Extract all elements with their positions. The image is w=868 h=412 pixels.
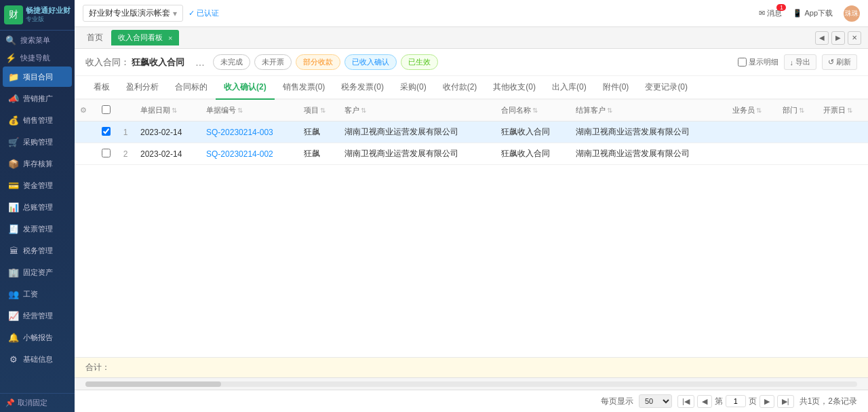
subtab-other-income[interactable]: 其他收支(0)	[485, 76, 544, 100]
tab-next-button[interactable]: ▶	[831, 31, 845, 45]
show-detail-checkbox-label[interactable]: 显示明细	[738, 57, 778, 67]
subtab-change-log[interactable]: 变更记录(0)	[637, 76, 696, 100]
message-button[interactable]: ✉ 消息 1	[759, 8, 782, 18]
user-avatar[interactable]: 珠珠	[844, 5, 860, 22]
export-button[interactable]: ↓ 导出	[784, 54, 817, 70]
tab-home[interactable]: 首页	[81, 32, 108, 43]
cell-contract-name-1: 狂飙收入合同	[496, 143, 570, 165]
tab-close-icon[interactable]: ×	[168, 34, 172, 42]
table-row[interactable]: 1 2023-02-14 SQ-20230214-003 狂飙 湖南卫视商业运营…	[75, 121, 868, 143]
user-avatar-text: 珠珠	[845, 9, 859, 18]
status-uninvoiced-button[interactable]: 未开票	[254, 54, 292, 70]
sidebar-item-marketing[interactable]: 📣 营销推广	[3, 88, 72, 109]
subtabs: 看板 盈利分析 合同标的 收入确认(2) 销售发票(0) 税务发票(0) 采购(…	[75, 76, 868, 100]
subtab-kanban[interactable]: 看板	[85, 76, 118, 100]
sidebar-item-funds[interactable]: 💳 资金管理	[3, 175, 72, 195]
sidebar-invoice-label: 发票管理	[23, 224, 53, 234]
cell-settle-customer-0: 湖南卫视商业运营发展有限公司	[570, 121, 727, 143]
sidebar-item-sales[interactable]: 💰 销售管理	[3, 110, 72, 130]
subtab-tax-invoice[interactable]: 税务发票(0)	[333, 76, 392, 100]
doc-no-link-1[interactable]: SQ-20230214-002	[206, 149, 273, 159]
sidebar-general-label: 总账管理	[23, 202, 53, 212]
pager-first-button[interactable]: |◀	[677, 395, 694, 408]
refresh-button[interactable]: ↺ 刷新	[822, 54, 857, 70]
select-all-checkbox[interactable]	[102, 105, 111, 114]
scroll-thumb[interactable]	[85, 381, 221, 387]
project-sort-icon[interactable]: ⇅	[320, 107, 326, 114]
settings-icon[interactable]: ⚙	[80, 106, 87, 114]
sidebar-item-search[interactable]: 🔍 搜索菜单	[0, 31, 75, 50]
row-checkbox-0[interactable]	[102, 127, 111, 136]
sidebar-item-basic[interactable]: ⚙ 基础信息	[3, 349, 72, 369]
sidebar-unpin-button[interactable]: 📌 取消固定	[0, 393, 75, 412]
settlecustomer-sort-icon[interactable]: ⇅	[607, 107, 612, 114]
status-confirmed-button[interactable]: 已收入确认	[344, 54, 397, 70]
sidebar-bottom-label: 取消固定	[18, 398, 47, 408]
contract-more-button[interactable]: ...	[195, 56, 204, 69]
sidebar-item-purchase[interactable]: 🛒 采购管理	[3, 132, 72, 152]
staff-sort-icon[interactable]: ⇅	[756, 107, 762, 114]
pager-last-button[interactable]: ▶|	[777, 395, 794, 408]
table-row[interactable]: 2 2023-02-14 SQ-20230214-002 狂飙 湖南卫视商业运营…	[75, 143, 868, 165]
scrollbar-area[interactable]	[75, 377, 868, 390]
invoice-icon: 🧾	[8, 223, 19, 234]
subtab-attachments[interactable]: 附件(0)	[595, 76, 637, 100]
logo-icon: 财	[4, 5, 23, 24]
certified-check-icon: ✓	[189, 9, 195, 18]
status-active-button[interactable]: 已生效	[401, 54, 438, 70]
app-download-button[interactable]: 📱 App下载	[793, 8, 833, 18]
pager-next-button[interactable]: ▶	[760, 395, 774, 408]
doc-no-link-0[interactable]: SQ-20230214-003	[206, 128, 273, 137]
pager-prev-button[interactable]: ◀	[697, 395, 712, 408]
subtab-sales-invoice[interactable]: 销售发票(0)	[275, 76, 334, 100]
customer-sort-icon[interactable]: ⇅	[361, 107, 366, 114]
status-incomplete-button[interactable]: 未完成	[213, 54, 250, 70]
sidebar-projectcontract-label: 项目合同	[23, 72, 53, 82]
company-selector[interactable]: 好业财专业版演示帐套 ▾	[83, 5, 183, 22]
sidebar-item-ops[interactable]: 📈 经营管理	[3, 305, 72, 326]
subtab-profit[interactable]: 盈利分析	[118, 76, 167, 100]
sidebar-item-tax[interactable]: 🏛 税务管理	[3, 240, 72, 261]
subtab-payment[interactable]: 收付款(2)	[435, 76, 486, 100]
opendate-sort-icon[interactable]: ⇅	[847, 107, 852, 114]
row-checkbox-1[interactable]	[102, 149, 111, 157]
page-unit-label: 页	[749, 396, 757, 407]
logo-title: 畅捷通好业财	[26, 6, 71, 15]
cell-department-1	[777, 143, 818, 165]
cell-checkbox-0	[96, 121, 116, 143]
page-input[interactable]	[726, 395, 746, 407]
sidebar-item-report[interactable]: 🔔 小畅报告	[3, 327, 72, 348]
inventory-icon: 📦	[8, 158, 19, 169]
th-docno-label: 单据编号	[206, 106, 236, 114]
subtab-income-confirm[interactable]: 收入确认(2)	[216, 76, 275, 100]
scroll-track[interactable]	[85, 381, 857, 387]
app-label: App下载	[804, 8, 833, 18]
tab-prev-button[interactable]: ◀	[815, 31, 829, 45]
sidebar-item-invoice[interactable]: 🧾 发票管理	[3, 219, 72, 239]
tab-close-all-button[interactable]: ✕	[848, 31, 861, 45]
sidebar-item-hr[interactable]: 👥 工资	[3, 284, 72, 304]
status-partial-button[interactable]: 部分收款	[296, 54, 340, 70]
cell-contract-name-0: 狂飙收入合同	[496, 121, 570, 143]
subtab-purchase[interactable]: 采购(0)	[392, 76, 435, 100]
subtab-warehouse[interactable]: 出入库(0)	[544, 76, 595, 100]
contractname-sort-icon[interactable]: ⇅	[532, 107, 538, 114]
date-sort-icon[interactable]: ⇅	[172, 107, 177, 114]
certified-badge: ✓ 已认证	[189, 8, 219, 18]
summary-label: 合计：	[85, 362, 110, 373]
per-page-select[interactable]: 50 20 100 200	[639, 394, 672, 408]
total-info: 共1页，2条记录	[800, 396, 857, 407]
show-detail-checkbox[interactable]	[738, 58, 747, 67]
docno-sort-icon[interactable]: ⇅	[237, 107, 243, 114]
dept-sort-icon[interactable]: ⇅	[799, 107, 804, 114]
topbar: 好业财专业版演示帐套 ▾ ✓ 已认证 ✉ 消息 1 📱 App下载 珠珠	[75, 0, 868, 27]
tab-income-kanban[interactable]: 收入合同看板 ×	[111, 30, 179, 45]
sidebar-item-general[interactable]: 📊 总账管理	[3, 197, 72, 217]
sidebar-item-assets[interactable]: 🏢 固定资产	[3, 262, 72, 282]
cell-project-1: 狂飙	[298, 143, 339, 165]
sidebar-item-inventory[interactable]: 📦 库存核算	[3, 153, 72, 174]
sidebar-item-projectcontract[interactable]: 📁 项目合同	[3, 67, 72, 87]
purchase-icon: 🛒	[8, 136, 19, 147]
sidebar-item-quicknav[interactable]: ⚡ 快捷导航	[0, 50, 75, 66]
subtab-contract-standard[interactable]: 合同标的	[167, 76, 216, 100]
